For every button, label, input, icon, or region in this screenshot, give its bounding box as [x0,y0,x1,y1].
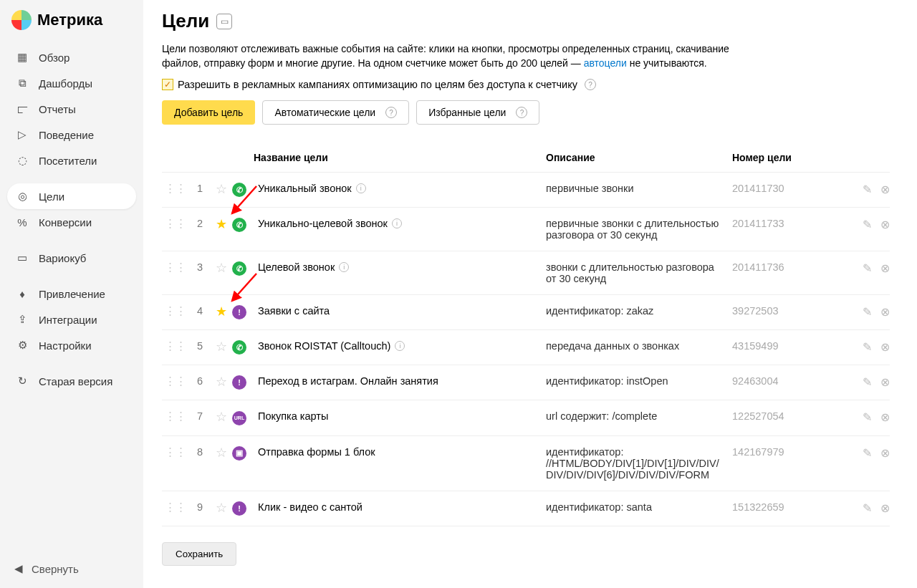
edit-icon[interactable]: ✎ [863,305,872,319]
drag-handle-icon[interactable]: ⋮⋮ [162,410,189,422]
delete-icon[interactable]: ⊗ [880,340,890,354]
table-header: Название цели Описание Номер цели [162,146,890,173]
goal-id: 142167979 [732,446,832,458]
save-button[interactable]: Сохранить [162,542,236,566]
edit-icon[interactable]: ✎ [863,261,872,275]
delete-icon[interactable]: ⊗ [880,218,890,231]
table-row: ⋮⋮ 3 ☆ ✆ Целевой звонокi звонки с длител… [162,251,890,295]
sidebar-item-old[interactable]: ↻Старая версия [7,368,136,394]
table-row: ⋮⋮ 9 ☆ ! Клик - видео с сантой идентифик… [162,491,890,526]
autogoals-link[interactable]: автоцели [584,57,627,69]
book-icon[interactable]: ▭ [216,14,232,29]
row-number: 9 [189,501,211,513]
info-icon[interactable]: i [395,341,405,351]
edit-icon[interactable]: ✎ [863,410,872,424]
sidebar-item-conversions[interactable]: %Конверсии [7,209,136,235]
goal-id: 43159499 [732,340,832,352]
goal-name: Отправка формы 1 блок [254,446,546,458]
goal-type-icon: ! [232,305,254,319]
favorite-star[interactable]: ☆ [211,501,232,514]
sidebar-item-overview[interactable]: ▦Обзор [7,44,136,70]
drag-handle-icon[interactable]: ⋮⋮ [162,446,189,458]
sidebar-item-dashboards[interactable]: ⧉Дашборды [7,70,136,96]
drag-handle-icon[interactable]: ⋮⋮ [162,501,189,513]
delete-icon[interactable]: ⊗ [880,261,890,275]
favorite-star[interactable]: ★ [211,218,232,231]
edit-icon[interactable]: ✎ [863,446,872,460]
sidebar-item-goals[interactable]: ◎Цели [7,183,136,209]
drag-handle-icon[interactable]: ⋮⋮ [162,375,189,387]
goal-type-icon: ! [232,375,254,390]
sidebar-item-reports[interactable]: ⫍Отчеты [7,96,136,122]
delete-icon[interactable]: ⊗ [880,183,890,196]
fav-goals-button[interactable]: Избранные цели? [416,100,539,125]
edit-icon[interactable]: ✎ [863,375,872,389]
col-desc: Описание [546,152,732,163]
help-icon[interactable]: ? [585,79,596,90]
sidebar-item-variocube[interactable]: ▭Вариокуб [7,245,136,271]
drag-handle-icon[interactable]: ⋮⋮ [162,261,189,273]
edit-icon[interactable]: ✎ [863,501,872,515]
allow-ads-checkbox[interactable]: ✓ [162,79,173,90]
info-icon[interactable]: i [339,262,349,272]
delete-icon[interactable]: ⊗ [880,375,890,389]
help-icon[interactable]: ? [385,107,397,118]
edit-icon[interactable]: ✎ [863,183,872,196]
sidebar-item-behavior[interactable]: ▷Поведение [7,122,136,148]
goal-type-icon: ! [232,501,254,516]
row-number: 1 [189,183,211,194]
edit-icon[interactable]: ✎ [863,340,872,354]
goal-name: Целевой звонокi [254,261,546,273]
delete-icon[interactable]: ⊗ [880,305,890,319]
delete-icon[interactable]: ⊗ [880,446,890,460]
sidebar-item-integrations[interactable]: ⇪Интеграции [7,307,136,332]
drag-handle-icon[interactable]: ⋮⋮ [162,218,189,229]
drag-handle-icon[interactable]: ⋮⋮ [162,305,189,317]
page-title: Цели [162,10,209,32]
goal-name: Заявки с сайта [254,305,546,317]
gear-icon: ⚙ [16,339,29,352]
goal-name: Уникально-целевой звонокi [254,218,546,229]
row-number: 4 [189,305,211,317]
table-row: ⋮⋮ 6 ☆ ! Переход в истаграм. Онлайн заня… [162,365,890,400]
logo-icon [11,10,32,30]
edit-icon[interactable]: ✎ [863,218,872,231]
help-icon[interactable]: ? [516,107,527,118]
row-number: 7 [189,410,211,422]
favorite-star[interactable]: ★ [211,305,232,318]
table-row: ⋮⋮ 8 ☆ ▣ Отправка формы 1 блок идентифик… [162,436,890,491]
bars-icon: ⫍ [16,102,29,115]
drag-handle-icon[interactable]: ⋮⋮ [162,183,189,194]
goal-description: передача данных о звонках [546,340,732,352]
favorite-star[interactable]: ☆ [211,183,232,196]
goal-description: url содержит: /complete [546,410,732,422]
col-name: Название цели [254,152,546,163]
goal-id: 201411733 [732,218,832,229]
sidebar-item-settings[interactable]: ⚙Настройки [7,332,136,358]
flame-icon: ♦ [16,287,29,300]
user-icon: ◌ [16,154,29,167]
auto-goals-button[interactable]: Автоматические цели? [262,100,409,125]
sidebar-item-visitors[interactable]: ◌Посетители [7,148,136,173]
goal-description: первичные звонки [546,183,732,194]
sidebar-item-acquisition[interactable]: ♦Привлечение [7,281,136,307]
delete-icon[interactable]: ⊗ [880,501,890,515]
play-icon: ▷ [16,128,29,141]
favorite-star[interactable]: ☆ [211,375,232,388]
delete-icon[interactable]: ⊗ [880,410,890,424]
info-icon[interactable]: i [392,218,402,228]
favorite-star[interactable]: ☆ [211,446,232,459]
goal-id: 201411730 [732,183,832,194]
row-number: 6 [189,375,211,387]
sidebar-collapse[interactable]: ◀ Свернуть [0,554,143,588]
row-number: 8 [189,446,211,458]
logo[interactable]: Метрика [0,6,143,42]
favorite-star[interactable]: ☆ [211,261,232,274]
favorite-star[interactable]: ☆ [211,410,232,423]
favorite-star[interactable]: ☆ [211,340,232,353]
info-icon[interactable]: i [356,183,366,193]
drag-handle-icon[interactable]: ⋮⋮ [162,340,189,352]
add-goal-button[interactable]: Добавить цель [162,100,255,125]
goal-name: Переход в истаграм. Онлайн занятия [254,375,546,387]
percent-icon: % [16,216,29,228]
